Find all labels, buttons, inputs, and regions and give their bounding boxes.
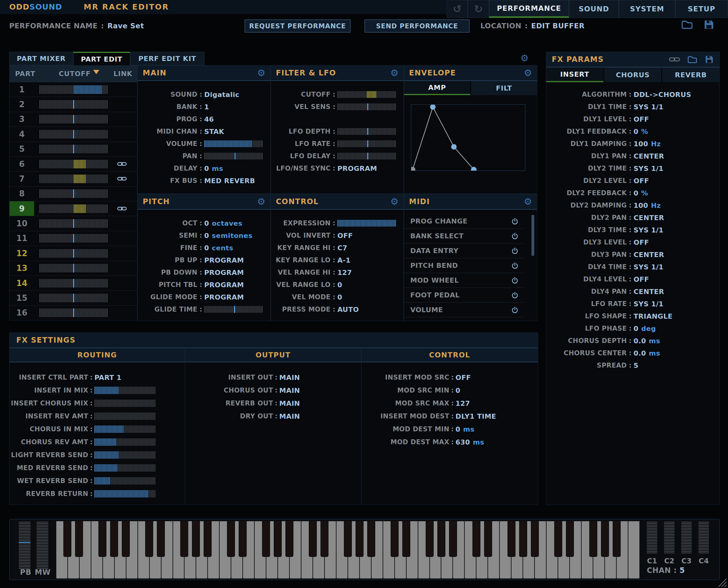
part-cutoff-slider[interactable] (39, 115, 108, 123)
piano-key-black[interactable] (239, 521, 246, 556)
part-cutoff-slider[interactable] (39, 309, 108, 317)
piano-key-black[interactable] (602, 521, 608, 556)
piano-key-black[interactable] (274, 521, 281, 556)
param-value[interactable] (94, 438, 185, 446)
param-value[interactable]: 0% (634, 189, 720, 197)
piano-key-black[interactable] (438, 521, 445, 556)
param-value[interactable]: AUTO (337, 306, 403, 313)
part-number[interactable]: 10 (9, 216, 34, 231)
param-value[interactable]: 0ms (456, 425, 538, 433)
part-cutoff-slider[interactable] (39, 264, 108, 272)
part-number[interactable]: 3 (9, 112, 34, 127)
param-slider[interactable] (94, 464, 156, 471)
param-value[interactable]: OFF (634, 115, 720, 123)
part-view-gear-icon[interactable]: ⚙ (521, 54, 529, 63)
request-performance-button[interactable]: REQUEST PERFORMANCE (244, 19, 351, 33)
param-value[interactable]: 0semitones (204, 232, 270, 239)
piano-key-black[interactable] (286, 521, 293, 556)
param-value[interactable]: 0% (634, 128, 720, 135)
piano-key-black[interactable] (309, 521, 316, 556)
main-tab-performance[interactable]: PERFORMANCE (489, 0, 569, 18)
param-value[interactable]: CENTER (634, 152, 720, 160)
part-cutoff-slider[interactable] (39, 205, 108, 213)
param-value[interactable] (337, 91, 403, 98)
param-value[interactable]: 100Hz (634, 140, 720, 148)
param-value[interactable] (337, 153, 403, 160)
part-cutoff-slider[interactable] (39, 145, 108, 153)
control-wheel-ticks[interactable] (664, 522, 675, 554)
param-slider[interactable] (94, 413, 156, 420)
param-value[interactable]: CENTER (634, 214, 720, 222)
param-value[interactable]: 0octaves (204, 219, 270, 227)
part-row[interactable]: 3 (9, 112, 137, 127)
piano-key-white[interactable] (628, 521, 640, 579)
piano-key-black[interactable] (356, 521, 363, 556)
param-slider[interactable] (204, 140, 263, 147)
piano-key-black[interactable] (157, 521, 164, 556)
piano-key-black[interactable] (181, 521, 187, 556)
param-slider[interactable] (204, 306, 263, 313)
param-slider[interactable] (337, 153, 396, 160)
floppy-icon[interactable] (705, 55, 714, 64)
param-slider[interactable] (337, 140, 396, 147)
param-slider[interactable] (337, 91, 396, 98)
part-number[interactable]: 6 (9, 157, 34, 171)
part-row[interactable]: 11 (9, 231, 137, 246)
param-value[interactable]: PROGRAM (204, 256, 270, 264)
param-value[interactable]: PROGRAM (204, 269, 270, 276)
part-row[interactable]: 8 (9, 187, 137, 201)
param-slider[interactable] (204, 153, 263, 160)
part-cutoff-slider[interactable] (39, 279, 108, 288)
gear-icon[interactable]: ⚙ (257, 68, 265, 78)
midi-filter-item[interactable]: BANK SELECT (404, 229, 524, 244)
gear-icon[interactable]: ⚙ (257, 197, 265, 206)
part-number[interactable]: 7 (9, 171, 34, 186)
param-value[interactable]: CENTER (634, 251, 720, 258)
pitch-bend-wheel[interactable] (19, 522, 30, 569)
param-slider[interactable] (94, 425, 156, 433)
main-tab-system[interactable]: SYSTEM (619, 0, 676, 18)
param-value[interactable] (337, 140, 403, 147)
param-value[interactable]: DDL->CHORUS (634, 91, 720, 99)
open-performance-icon[interactable] (681, 20, 693, 31)
piano-key-black[interactable] (76, 521, 83, 556)
envelope-point[interactable] (430, 105, 436, 110)
part-cutoff-slider[interactable] (39, 219, 108, 228)
piano-key-black[interactable] (567, 521, 573, 556)
midi-filter-item[interactable]: MOD WHEEL (404, 273, 524, 288)
sort-descending-icon[interactable] (93, 70, 100, 74)
param-value[interactable]: 0deg (634, 325, 720, 333)
envelope-point[interactable] (451, 144, 457, 150)
main-tab-setup[interactable]: SETUP (676, 0, 728, 18)
link-icon[interactable] (669, 57, 680, 62)
param-value[interactable]: 127 (337, 269, 403, 276)
param-value[interactable] (94, 477, 185, 485)
param-value[interactable]: 0.0ms (634, 337, 720, 345)
part-number[interactable]: 12 (9, 246, 34, 260)
performance-name-value[interactable]: Rave Set (107, 22, 144, 30)
channel-value[interactable]: 5 (679, 566, 685, 575)
param-slider[interactable] (337, 128, 396, 135)
part-cutoff-slider[interactable] (39, 85, 108, 94)
part-row[interactable]: 5 (9, 142, 137, 157)
param-value[interactable] (94, 400, 185, 407)
piano-key-black[interactable] (590, 521, 597, 556)
param-value[interactable] (94, 451, 185, 459)
piano-key-black[interactable] (391, 521, 398, 556)
piano-key-black[interactable] (368, 521, 375, 556)
envelope-tab-amp[interactable]: AMP (404, 81, 470, 95)
part-cutoff-slider[interactable] (39, 174, 108, 183)
part-row[interactable]: 14 (9, 276, 137, 291)
midi-filter-item[interactable]: PROG CHANGE (404, 214, 524, 229)
param-value[interactable]: 630ms (456, 438, 538, 446)
part-number[interactable]: 8 (9, 187, 34, 201)
part-number[interactable]: 1 (9, 82, 34, 97)
part-row[interactable]: 12 (9, 246, 137, 261)
part-row[interactable]: 7 (9, 171, 137, 186)
piano-key-black[interactable] (531, 521, 538, 556)
column-header-cutoff[interactable]: CUTOFF (59, 70, 91, 78)
location-value[interactable]: EDIT BUFFER (531, 22, 585, 30)
part-number[interactable]: 11 (9, 231, 34, 246)
param-value[interactable]: MAIN (279, 387, 361, 394)
piano-key-black[interactable] (64, 521, 71, 556)
